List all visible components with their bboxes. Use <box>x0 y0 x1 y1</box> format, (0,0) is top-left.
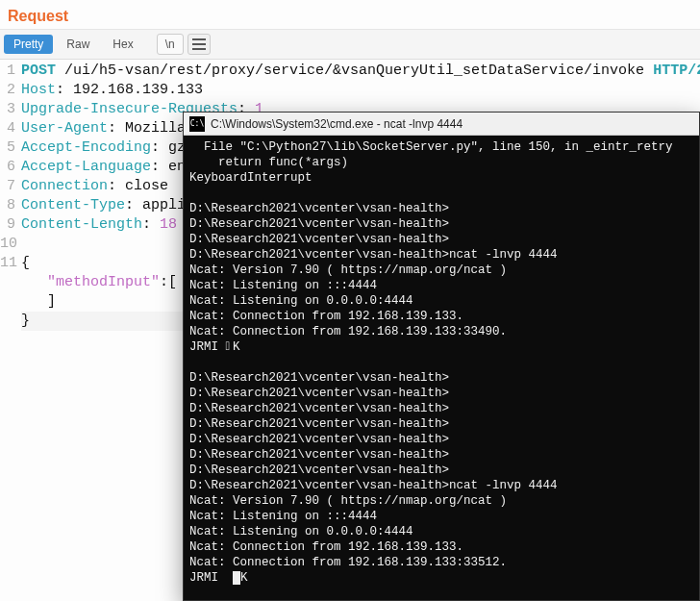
cmd-line: D:\Research2021\vcenter\vsan-health> <box>189 370 693 386</box>
line-number: 4 <box>0 119 15 138</box>
cmd-line: JRMI  K <box>189 339 693 355</box>
line-number: 2 <box>0 81 15 100</box>
tab-pretty[interactable]: Pretty <box>4 35 53 54</box>
cmd-line: D:\Research2021\vcenter\vsan-health> <box>189 432 693 447</box>
line-number: 6 <box>0 158 15 177</box>
line-number <box>0 273 15 292</box>
cmd-line: D:\Research2021\vcenter\vsan-health> <box>189 216 693 232</box>
cmd-line: Ncat: Connection from 192.168.139.133:33… <box>189 324 693 339</box>
cmd-icon: C:\ <box>189 116 205 132</box>
line-number: 11 <box>0 254 15 273</box>
cmd-line: D:\Research2021\vcenter\vsan-health> <box>189 401 693 416</box>
line-number: 7 <box>0 177 15 196</box>
cmd-line: KeyboardInterrupt <box>189 170 693 186</box>
cmd-line: D:\Research2021\vcenter\vsan-health> <box>189 232 693 247</box>
tab-raw[interactable]: Raw <box>57 35 99 54</box>
cmd-line: Ncat: Listening on 0.0.0.0:4444 <box>189 524 693 539</box>
cursor <box>233 571 240 585</box>
line-number: 3 <box>0 100 15 119</box>
cmd-line: Ncat: Version 7.90 ( https://nmap.org/nc… <box>189 493 693 509</box>
hamburger-icon[interactable] <box>188 34 211 55</box>
cmd-line: File "C:\Python27\lib\SocketServer.py", … <box>189 139 693 155</box>
cmd-titlebar[interactable]: C:\ C:\Windows\System32\cmd.exe - ncat -… <box>184 113 699 136</box>
cmd-line: JRMI K <box>189 570 693 586</box>
code-line[interactable]: Host: 192.168.139.133 <box>21 81 700 100</box>
cmd-line: D:\Research2021\vcenter\vsan-health>ncat… <box>189 478 693 493</box>
cmd-line: Ncat: Connection from 192.168.139.133:33… <box>189 555 693 570</box>
cmd-line: D:\Research2021\vcenter\vsan-health> <box>189 386 693 401</box>
cmd-line: D:\Research2021\vcenter\vsan-health> <box>189 447 693 463</box>
cmd-line: Ncat: Listening on :::4444 <box>189 509 693 524</box>
tab-hex[interactable]: Hex <box>103 35 142 54</box>
cmd-line <box>189 186 693 201</box>
cmd-window[interactable]: C:\ C:\Windows\System32\cmd.exe - ncat -… <box>183 112 700 601</box>
view-toolbar: Pretty Raw Hex \n <box>0 30 700 60</box>
cmd-line: Ncat: Connection from 192.168.139.133. <box>189 309 693 324</box>
cmd-line <box>189 355 693 370</box>
line-number <box>0 312 15 331</box>
cmd-line: Ncat: Connection from 192.168.139.133. <box>189 539 693 555</box>
cmd-title: C:\Windows\System32\cmd.exe - ncat -lnvp… <box>211 116 462 132</box>
line-number: 9 <box>0 215 15 235</box>
line-number: 5 <box>0 138 15 158</box>
cmd-line: D:\Research2021\vcenter\vsan-health> <box>189 201 693 216</box>
panel-title: Request <box>0 0 700 30</box>
cmd-line: Ncat: Version 7.90 ( https://nmap.org/nc… <box>189 263 693 278</box>
cmd-line: return func(*args) <box>189 155 693 170</box>
line-number: 10 <box>0 235 15 254</box>
cmd-line: D:\Research2021\vcenter\vsan-health> <box>189 463 693 478</box>
cmd-line: D:\Research2021\vcenter\vsan-health>ncat… <box>189 247 693 263</box>
cmd-line: Ncat: Listening on 0.0.0.0:4444 <box>189 293 693 309</box>
cmd-line: Ncat: Listening on :::4444 <box>189 278 693 293</box>
line-number: 8 <box>0 196 15 215</box>
cmd-output[interactable]: File "C:\Python27\lib\SocketServer.py", … <box>184 136 699 600</box>
newline-toggle-button[interactable]: \n <box>157 34 184 55</box>
line-number: 1 <box>0 62 15 81</box>
line-number <box>0 292 15 312</box>
code-line[interactable]: POST /ui/h5-vsan/rest/proxy/service/&vsa… <box>21 62 700 81</box>
cmd-line: D:\Research2021\vcenter\vsan-health> <box>189 416 693 432</box>
